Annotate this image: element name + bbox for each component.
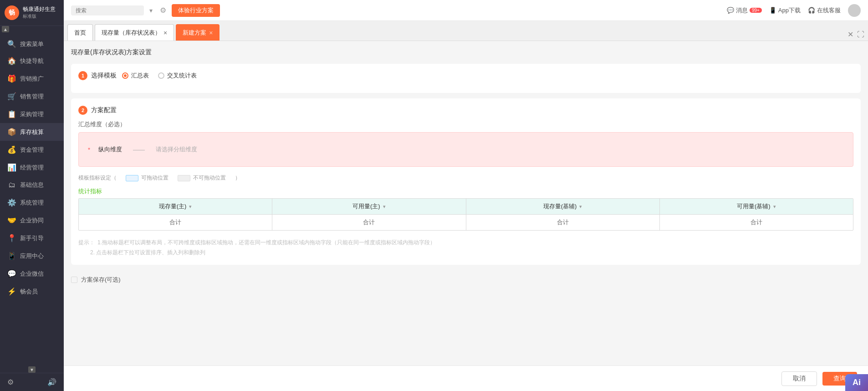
money-icon: 💰 <box>7 145 16 154</box>
sidebar-item-operations[interactable]: 📊 经营管理 <box>0 159 64 176</box>
download-icon: 📱 <box>769 7 776 14</box>
pin-icon: 📍 <box>7 234 16 242</box>
cart-icon: 🛒 <box>7 92 16 101</box>
settings-icon[interactable]: ⚙ <box>7 378 14 386</box>
scroll-down-arrow[interactable]: ▼ <box>28 366 36 373</box>
main-area: ▾ ⚙ 体验行业方案 💬 消息 99+ 📱 App下载 🎧 在线客服 首页 <box>64 0 868 391</box>
topbar-dropdown-icon[interactable]: ▾ <box>149 7 153 14</box>
not-draggable-legend-item: 不可拖动位置 <box>178 174 226 182</box>
save-checkbox[interactable] <box>71 277 77 283</box>
sidebar-item-basic[interactable]: 🗂 基础信息 <box>0 176 64 194</box>
trial-btn[interactable]: 体验行业方案 <box>172 4 220 17</box>
vip-icon: ⚡ <box>7 287 16 296</box>
indicators-section: 模板指标设定（ 可拖动位置 不可拖动位置 ） 统计指标 现存 <box>78 174 853 231</box>
page-title: 现存量(库存状况表)方案设置 <box>71 48 861 57</box>
stats-table-header: 现存量(主) ▾ 可用量(主) ▾ 现存量(基辅) ▾ 可用量(基辅) <box>79 199 853 215</box>
not-draggable-box <box>178 175 190 181</box>
gear-icon: ⚙️ <box>7 198 16 207</box>
sidebar-item-system[interactable]: ⚙️ 系统管理 <box>0 194 64 211</box>
radio-cross-circle <box>158 72 164 79</box>
wechat-icon: 💬 <box>7 269 16 278</box>
tabs-actions: ✕ ⛶ <box>848 30 868 41</box>
sidebar-item-member[interactable]: ⚡ 畅会员 <box>0 283 64 300</box>
indicators-legend: 模板指标设定（ 可拖动位置 不可拖动位置 ） <box>78 174 853 182</box>
col1-dropdown-icon[interactable]: ▾ <box>383 204 386 210</box>
tab-close-all-icon[interactable]: ✕ <box>848 30 853 39</box>
step1-badge: 1 <box>78 71 87 80</box>
body-col1: 合计 <box>272 215 466 230</box>
col-current-aux[interactable]: 现存量(基辅) ▾ <box>466 199 660 214</box>
sidebar-item-finance[interactable]: 💰 资金管理 <box>0 141 64 159</box>
col-current-main[interactable]: 现存量(主) ▾ <box>79 199 272 214</box>
body-col2: 合计 <box>466 215 660 230</box>
save-option-label: 方案保存(可选) <box>81 276 121 284</box>
tab-bar: 首页 现存量（库存状况表） × 新建方案 × ✕ ⛶ <box>64 21 868 41</box>
app-logo-text: 畅康通好生意 标准版 <box>23 6 56 20</box>
sidebar-item-cooperation[interactable]: 🤝 企业协同 <box>0 211 64 229</box>
clipboard-icon: 📋 <box>7 110 16 118</box>
gift-icon: 🎁 <box>7 74 16 83</box>
search-input[interactable] <box>71 5 144 15</box>
sidebar-item-purchase[interactable]: 📋 采购管理 <box>0 105 64 123</box>
step1-header: 1 选择模板 汇总表 交叉统计表 <box>78 71 853 80</box>
col-available-aux[interactable]: 可用量(基辅) ▾ <box>660 199 853 214</box>
sidebar-item-guide[interactable]: 📍 新手引导 <box>0 229 64 247</box>
topbar-gear-icon[interactable]: ⚙ <box>160 6 166 15</box>
tab-inventory-status[interactable]: 现存量（库存状况表） × <box>95 24 174 41</box>
tips-section: 提示： 1.拖动标题栏可以调整布局，不可跨维度或指标区域拖动，还需在同一维度或指… <box>78 238 853 257</box>
handshake-icon: 🤝 <box>7 216 16 225</box>
ai-badge[interactable]: Ai <box>845 374 868 391</box>
dimension-box[interactable]: * 纵向维度 —— 请选择分组维度 <box>78 132 853 167</box>
content-area: 现存量(库存状况表)方案设置 1 选择模板 汇总表 交叉统计表 <box>64 41 868 365</box>
tab-maximize-icon[interactable]: ⛶ <box>857 31 864 39</box>
sidebar-item-sales[interactable]: 🛒 销售管理 <box>0 87 64 105</box>
col2-dropdown-icon[interactable]: ▾ <box>579 204 582 210</box>
required-star: * <box>88 146 90 153</box>
col-available-main[interactable]: 可用量(主) ▾ <box>272 199 466 214</box>
radio-cross-table[interactable]: 交叉统计表 <box>158 72 197 80</box>
phone-icon: 📱 <box>7 252 16 260</box>
sidebar-item-marketing[interactable]: 🎁 营销推广 <box>0 70 64 87</box>
stats-table-body: 合计 合计 合计 合计 <box>79 215 853 230</box>
radio-summary-circle <box>122 72 128 79</box>
tab-new-plan[interactable]: 新建方案 × <box>176 24 220 41</box>
chart-icon: 📊 <box>7 163 16 172</box>
sidebar-item-wechat[interactable]: 💬 企业微信 <box>0 265 64 283</box>
message-icon: 💬 <box>727 7 734 14</box>
tab-new-plan-close-icon[interactable]: × <box>209 29 213 36</box>
tip1: 提示： 1.拖动标题栏可以调整布局，不可跨维度或指标区域拖动，还需在同一维度或指… <box>78 238 853 248</box>
online-service-btn[interactable]: 🎧 在线客服 <box>808 6 841 15</box>
box-icon: 📦 <box>7 128 16 136</box>
scroll-up-arrow[interactable]: ▲ <box>2 26 9 32</box>
bottom-bar: 取消 查询 <box>64 365 868 391</box>
sidebar-nav: 🔍 搜索菜单 🏠 快捷导航 🎁 营销推广 🛒 销售管理 📋 采购管理 📦 库存核… <box>0 32 64 366</box>
vertical-dimension-label: 纵向维度 <box>98 145 122 154</box>
tip2: 2. 点击标题栏下拉可设置排序、插入列和删除列 <box>78 248 853 258</box>
tab-home[interactable]: 首页 <box>67 24 93 41</box>
cancel-button[interactable]: 取消 <box>781 371 817 386</box>
tab-inventory-close-icon[interactable]: × <box>163 29 167 36</box>
body-col3: 合计 <box>660 215 853 230</box>
dimension-label: 汇总维度（必选） <box>78 120 853 129</box>
headset-icon: 🎧 <box>808 7 815 14</box>
sidebar-logo: 畅 畅康通好生意 标准版 <box>0 0 64 26</box>
sidebar-item-search[interactable]: 🔍 搜索菜单 <box>0 36 64 52</box>
sidebar-item-inventory[interactable]: 📦 库存核算 <box>0 123 64 141</box>
draggable-legend-item: 可拖动位置 <box>126 174 168 182</box>
radio-summary-table[interactable]: 汇总表 <box>122 72 149 80</box>
app-download-btn[interactable]: 📱 App下载 <box>769 6 801 15</box>
dimension-placeholder: 请选择分组维度 <box>156 145 197 154</box>
sidebar-item-shortcut[interactable]: 🏠 快捷导航 <box>0 52 64 70</box>
sidebar-item-appstore[interactable]: 📱 应用中心 <box>0 247 64 265</box>
volume-icon[interactable]: 🔊 <box>47 378 56 386</box>
step1-section: 1 选择模板 汇总表 交叉统计表 <box>71 64 861 93</box>
messages-btn[interactable]: 💬 消息 99+ <box>727 6 762 15</box>
body-col0: 合计 <box>79 215 272 230</box>
home-icon: 🏠 <box>7 57 16 65</box>
user-avatar[interactable] <box>848 4 861 17</box>
col0-dropdown-icon[interactable]: ▾ <box>189 204 192 210</box>
step2-header: 2 方案配置 <box>78 106 853 115</box>
indicators-label-text: 模板指标设定（ <box>78 174 117 182</box>
col3-dropdown-icon[interactable]: ▾ <box>773 204 776 210</box>
folder-icon: 🗂 <box>7 181 16 189</box>
